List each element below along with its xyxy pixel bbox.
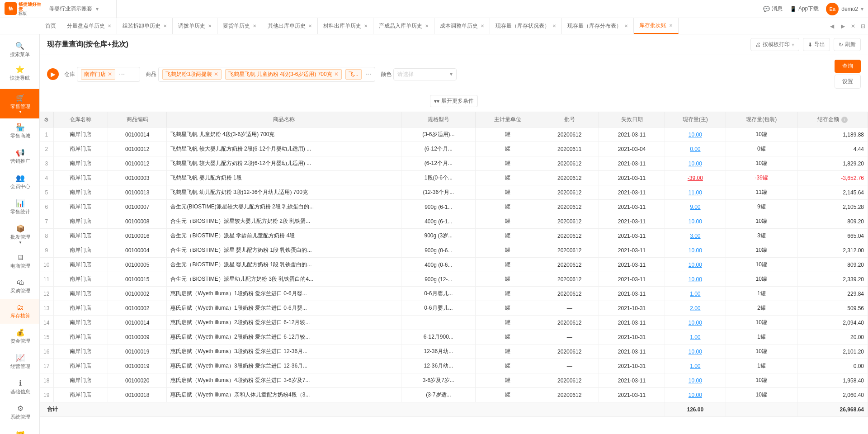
tab-xiancun2[interactable]: 现存量（库存分布表） ✕ <box>562 18 634 34</box>
search-button[interactable]: 查询 <box>835 60 861 73</box>
settings-button[interactable]: 设置 <box>835 75 861 89</box>
tab-zuzhuang[interactable]: 组装拆卸单历史 ✕ <box>117 18 173 34</box>
close-qitachu[interactable]: ✕ <box>308 24 312 28</box>
row-qty-main[interactable]: 9.00 <box>665 200 726 214</box>
tab-fenpan[interactable]: 分量盘点单历史 ✕ <box>61 18 117 34</box>
tab-cailiao[interactable]: 材料出库单历史 ✕ <box>318 18 373 34</box>
row-qty-main[interactable]: 10.00 <box>665 258 726 272</box>
sidebar-item-mall[interactable]: 🏪 零售商城 <box>0 118 39 144</box>
row-qty-pkg: 10罐 <box>726 316 797 330</box>
row-qty-main[interactable]: -39.00 <box>665 171 726 185</box>
expand-more-conditions[interactable]: ▾▾ 展开更多条件 <box>430 95 478 107</box>
row-spec: 900g (0-6... <box>401 243 476 258</box>
close-cailiao[interactable]: ✕ <box>364 24 368 28</box>
product-more[interactable]: ··· <box>365 70 371 78</box>
close-zuzhuang[interactable]: ✕ <box>163 24 167 28</box>
message-btn[interactable]: 💬 消息 <box>763 5 783 13</box>
row-unit: 罐 <box>476 243 540 258</box>
row-qty-main[interactable]: 10.00 <box>665 127 726 142</box>
tab-diaob[interactable]: 调拨单历史 ✕ <box>173 18 217 34</box>
table-row: 13 南岸门店 00100002 惠氏启赋（Wyeth illuma）1段奶粉 … <box>40 301 868 316</box>
sidebar-nav: 🛒 零售管理 ▼ 🏪 零售商城 📢 营销推广 👥 会员中心 📊 <box>0 89 39 434</box>
product-input[interactable]: 飞鹤奶粉3段两提装 ✕ 飞鹤星飞帆 儿童奶粉 4段(3-6岁适用) 700克 ✕… <box>158 67 375 82</box>
nav-left-arrow[interactable]: ◀ <box>826 18 837 34</box>
sidebar-item-purchase[interactable]: 🛍 采购管理 <box>0 274 39 299</box>
refresh-button[interactable]: ↻ 刷新 <box>834 38 861 51</box>
row-code: 00100014 <box>108 127 166 142</box>
table-row: 2 南岸门店 00100012 飞鹤星飞帆 较大婴儿配方奶粉 2段(6-12个月… <box>40 142 868 156</box>
sidebar-item-marketing[interactable]: 📢 营销推广 <box>0 144 39 169</box>
row-batch: 20200612 <box>540 373 599 388</box>
sidebar-item-wholesale[interactable]: 📦 批发管理 ▼ <box>0 220 39 249</box>
sidebar-item-inventory[interactable]: 🗂 库存核算 <box>0 299 39 324</box>
tab-qitachu[interactable]: 其他出库单历史 ✕ <box>262 18 318 34</box>
row-qty-main[interactable]: 1.00 <box>665 359 726 373</box>
warehouse-more[interactable]: ··· <box>119 70 125 78</box>
row-no: 12 <box>40 287 53 301</box>
nav-close-all[interactable]: ✕ <box>848 18 858 34</box>
close-chenben[interactable]: ✕ <box>481 24 484 28</box>
row-warehouse: 南岸门店 <box>53 156 108 171</box>
row-expire: 2021-03-11 <box>599 127 665 142</box>
row-qty-main[interactable]: 1.00 <box>665 330 726 344</box>
settings-col-icon[interactable]: ⚙ <box>44 117 49 123</box>
user-profile[interactable]: Ea demo2 ▾ <box>826 3 863 15</box>
close-diaob[interactable]: ✕ <box>208 24 212 28</box>
close-fenpan[interactable]: ✕ <box>108 24 111 28</box>
company-dropdown[interactable]: 母婴行业演示账套 ▾ <box>44 0 117 18</box>
remove-product-tag-1[interactable]: ✕ <box>214 71 218 77</box>
sidebar-item-member[interactable]: 👥 会员中心 <box>0 169 39 194</box>
close-chancheng[interactable]: ✕ <box>425 24 429 28</box>
close-xiancun1[interactable]: ✕ <box>552 24 556 28</box>
row-qty-main[interactable]: 10.00 <box>665 214 726 229</box>
sidebar-item-base[interactable]: ℹ 基础信息 <box>0 374 39 400</box>
row-expire: 2021-03-11 <box>599 156 665 171</box>
sidebar-item-operation[interactable]: 📈 经营管理 <box>0 349 39 374</box>
close-kucun-pici[interactable]: ✕ <box>669 23 673 28</box>
export-button[interactable]: ⬇ 导出 <box>803 38 830 51</box>
row-qty-main[interactable]: 2.00 <box>665 301 726 316</box>
row-qty-main[interactable]: 10.00 <box>665 373 726 388</box>
row-code: 00100003 <box>108 171 166 185</box>
app-download-btn[interactable]: 📱 App下载 <box>790 5 819 13</box>
row-qty-pkg: 1罐 <box>726 287 797 301</box>
tab-xiancun1[interactable]: 现存量（库存状况表） ✕ <box>490 18 562 34</box>
tab-chancheng[interactable]: 产成品入库单历史 ✕ <box>373 18 434 34</box>
amount-info-icon[interactable]: i <box>841 117 848 123</box>
sidebar-shortcut-btn[interactable]: ⭐ 快捷导航 <box>4 61 36 85</box>
tab-yaohuo[interactable]: 要货单历史 ✕ <box>217 18 262 34</box>
row-qty-main[interactable]: 10.00 <box>665 156 726 171</box>
sidebar-item-retail[interactable]: 🛒 零售管理 ▼ <box>0 89 39 118</box>
row-qty-main[interactable]: 3.00 <box>665 229 726 243</box>
row-qty-main[interactable]: 10.00 <box>665 243 726 258</box>
tab-kucun-pici[interactable]: 库存批次账 ✕ <box>634 18 679 34</box>
row-warehouse: 南岸门店 <box>53 359 108 373</box>
col-checkbox[interactable]: ⚙ <box>40 112 53 127</box>
row-qty-main[interactable]: 0.00 <box>665 142 726 156</box>
close-yaohuo[interactable]: ✕ <box>253 24 256 28</box>
search-expand-btn[interactable]: ▶ <box>47 68 59 80</box>
row-qty-main[interactable]: 10.00 <box>665 388 726 402</box>
print-button[interactable]: 🖨 按模板打印 ▾ <box>750 38 799 51</box>
row-qty-main[interactable]: 10.00 <box>665 344 726 359</box>
close-xiancun2[interactable]: ✕ <box>624 24 628 28</box>
row-qty-main[interactable]: 10.00 <box>665 316 726 330</box>
nav-right-arrow[interactable]: ▶ <box>837 18 848 34</box>
warehouse-input[interactable]: 南岸门店 ✕ ··· <box>77 67 140 82</box>
sidebar-item-system[interactable]: ⚙ 系统管理 <box>0 400 39 425</box>
sidebar-item-ecommerce[interactable]: 🖥 电商管理 <box>0 249 39 274</box>
nav-maximize[interactable]: ⊡ <box>858 18 868 34</box>
row-qty-main[interactable]: 11.00 <box>665 185 726 200</box>
sidebar-item-collab[interactable]: 🤝 企业协同 <box>0 425 39 434</box>
sidebar-item-finance[interactable]: 💰 资金管理 <box>0 324 39 349</box>
tab-home[interactable]: 首页 <box>40 18 61 34</box>
row-qty-main[interactable]: 1.00 <box>665 287 726 301</box>
row-qty-main[interactable]: 10.00 <box>665 272 726 287</box>
sidebar-search-btn[interactable]: 🔍 搜索菜单 <box>4 38 36 61</box>
remove-product-tag-2[interactable]: ✕ <box>334 71 339 77</box>
row-warehouse: 南岸门店 <box>53 243 108 258</box>
color-input[interactable]: 请选择 ▾ <box>393 68 457 80</box>
remove-warehouse-tag[interactable]: ✕ <box>108 71 112 77</box>
tab-chenben[interactable]: 成本调整单历史 ✕ <box>434 18 490 34</box>
sidebar-item-stat[interactable]: 📊 零售统计 <box>0 194 39 220</box>
